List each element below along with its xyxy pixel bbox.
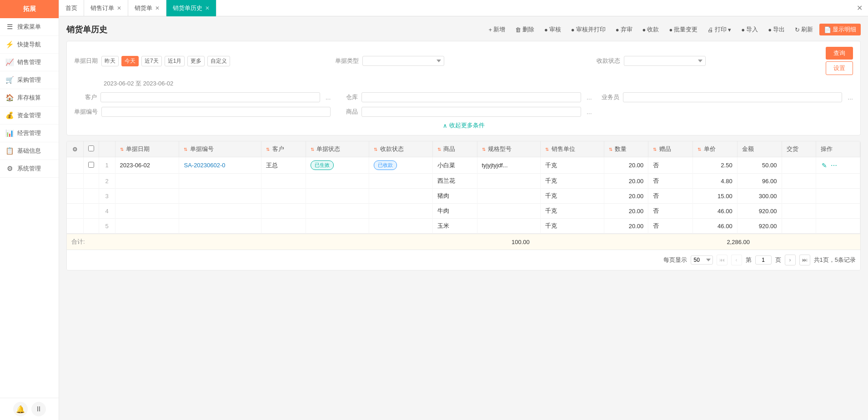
cell-doc-status (306, 174, 369, 189)
cell-qty: 20.00 (604, 204, 648, 219)
cell-checkbox[interactable] (83, 219, 99, 234)
th-settings[interactable]: ⚙ (67, 141, 83, 157)
page-size-select[interactable]: 50 20 100 (691, 255, 713, 265)
filter-doctype-select[interactable] (362, 56, 444, 66)
tab-home[interactable]: 首页 (59, 0, 84, 16)
collect-button[interactable]: ● 收款 (639, 24, 663, 35)
doc-status-sort-icon: ⇅ (311, 147, 314, 152)
row-checkbox[interactable] (88, 162, 94, 168)
th-customer[interactable]: ⇅ 客户 (261, 141, 306, 157)
more-action-btn[interactable]: ⋯ (830, 162, 838, 169)
audit-button[interactable]: ● 审核 (541, 24, 565, 35)
sidebar-item-search-menu[interactable]: ☰ 搜索菜单 (0, 18, 59, 36)
cell-checkbox[interactable] (83, 189, 99, 204)
tab-sales-delivery-close[interactable]: ✕ (155, 5, 160, 11)
sidebar-item-operations[interactable]: 📊 经营管理 (0, 125, 59, 142)
select-all-checkbox[interactable] (88, 145, 94, 151)
filter-collapse-btn[interactable]: ∧ 收起更多条件 (74, 121, 853, 130)
sidebar-item-basic-info[interactable]: 📋 基础信息 (0, 142, 59, 160)
audit-print-button[interactable]: ● 审核并打印 (567, 24, 609, 35)
import-button[interactable]: ● 导入 (738, 24, 762, 35)
filter-docno-input[interactable] (101, 107, 331, 117)
notification-button[interactable]: 🔔 (13, 402, 28, 416)
cell-checkbox[interactable] (83, 204, 99, 219)
finance-icon: 💰 (5, 111, 14, 120)
first-page-button[interactable]: ⏮ (717, 255, 728, 265)
date-yesterday-btn[interactable]: 昨天 (101, 56, 119, 66)
sidebar-item-purchase-mgmt[interactable]: 🛒 采购管理 (0, 71, 59, 89)
price-sort-icon: ⇅ (697, 147, 701, 152)
filter-warehouse-input[interactable] (361, 92, 581, 102)
cell-gift: 否 (648, 174, 693, 189)
tab-sales-history-close[interactable]: ✕ (205, 5, 210, 11)
print-button[interactable]: 🖨 打印 ▾ (704, 24, 735, 35)
filter-goods-input[interactable] (361, 107, 581, 117)
delete-button[interactable]: 🗑 删除 (512, 24, 538, 35)
cell-doc-no[interactable] (179, 219, 261, 234)
sidebar-item-finance[interactable]: 💰 资金管理 (0, 107, 59, 125)
th-unit[interactable]: ⇅ 销售单位 (541, 141, 604, 157)
prev-page-button[interactable]: ‹ (731, 255, 742, 265)
cell-amount: 300.00 (737, 189, 782, 204)
date-7days-btn[interactable]: 近7天 (141, 56, 162, 66)
new-button[interactable]: + 新增 (485, 24, 509, 35)
th-doc-no[interactable]: ⇅ 单据编号 (179, 141, 261, 157)
cell-spec (477, 219, 541, 234)
th-doc-status[interactable]: ⇅ 单据状态 (306, 141, 369, 157)
next-page-button[interactable]: › (785, 255, 796, 265)
sidebar-item-label: 搜索菜单 (17, 23, 41, 31)
filter-payment-select[interactable] (624, 56, 706, 66)
query-button[interactable]: 查询 (826, 47, 853, 60)
sidebar-item-system-mgmt[interactable]: ⚙ 系统管理 (0, 160, 59, 178)
filter-customer-input[interactable] (100, 92, 320, 102)
th-checkbox[interactable] (83, 141, 99, 157)
cell-checkbox[interactable] (83, 174, 99, 189)
operations-icon: 📊 (5, 129, 14, 137)
th-gift[interactable]: ⇅ 赠品 (648, 141, 693, 157)
last-page-button[interactable]: ⏭ (799, 255, 810, 265)
th-spec[interactable]: ⇅ 规格型号 (477, 141, 541, 157)
th-rownum (99, 141, 115, 157)
edit-action-btn[interactable]: ✎ (821, 162, 828, 169)
cell-doc-no[interactable] (179, 174, 261, 189)
sidebar-item-inventory[interactable]: 🏠 库存核算 (0, 89, 59, 107)
date-custom-btn[interactable]: 自定义 (207, 56, 230, 66)
tab-sales-history[interactable]: 销货单历史 ✕ (166, 0, 216, 16)
data-table-container: ⚙ ⇅ 单据日期 ⇅ 单据编号 (66, 141, 861, 270)
refresh-button[interactable]: ↻ 刷新 (791, 24, 817, 35)
th-price[interactable]: ⇅ 单价 (692, 141, 737, 157)
th-goods[interactable]: ⇅ 商品 (432, 141, 477, 157)
page-input[interactable] (755, 255, 772, 265)
date-today-btn[interactable]: 今天 (121, 56, 139, 66)
tab-sales-order-close[interactable]: ✕ (117, 5, 121, 11)
window-close-button[interactable]: ✕ (851, 4, 868, 12)
filter-salesperson-input[interactable] (623, 92, 843, 102)
sidebar-item-sales-mgmt[interactable]: 📈 销售管理 (0, 54, 59, 71)
show-detail-button[interactable]: 📄 显示明细 (819, 24, 861, 35)
tab-sales-order[interactable]: 销售订单 ✕ (84, 0, 128, 16)
date-more-btn[interactable]: 更多 (187, 56, 205, 66)
th-payment-status[interactable]: ⇅ 收款状态 (369, 141, 433, 157)
sidebar-item-label: 销售管理 (17, 58, 41, 66)
cell-checkbox[interactable] (83, 157, 99, 174)
th-qty[interactable]: ⇅ 数量 (604, 141, 648, 157)
tab-sales-delivery[interactable]: 销货单 ✕ (128, 0, 166, 16)
sidebar-item-label: 系统管理 (17, 165, 41, 173)
cell-doc-no[interactable] (179, 204, 261, 219)
pause-button[interactable]: ⏸ (31, 402, 46, 416)
batch-change-button[interactable]: ● 批量变更 (665, 24, 701, 35)
abandon-button[interactable]: ● 弃审 (612, 24, 636, 35)
filter-payment-label: 收款状态 (597, 57, 620, 65)
export-button[interactable]: ● 导出 (764, 24, 788, 35)
cell-settings (67, 174, 83, 189)
set-button[interactable]: 设置 (826, 61, 853, 75)
cell-doc-no[interactable] (179, 189, 261, 204)
page-size-label: 每页显示 (663, 256, 687, 264)
cell-doc-no[interactable]: SA-20230602-0 (179, 157, 261, 174)
data-table: ⚙ ⇅ 单据日期 ⇅ 单据编号 (67, 141, 860, 234)
cell-price: 2.50 (692, 157, 737, 174)
cell-spec (477, 174, 541, 189)
th-doc-date[interactable]: ⇅ 单据日期 (115, 141, 179, 157)
sidebar-item-quick-nav[interactable]: ⚡ 快捷导航 (0, 36, 59, 54)
date-1month-btn[interactable]: 近1月 (165, 56, 185, 66)
